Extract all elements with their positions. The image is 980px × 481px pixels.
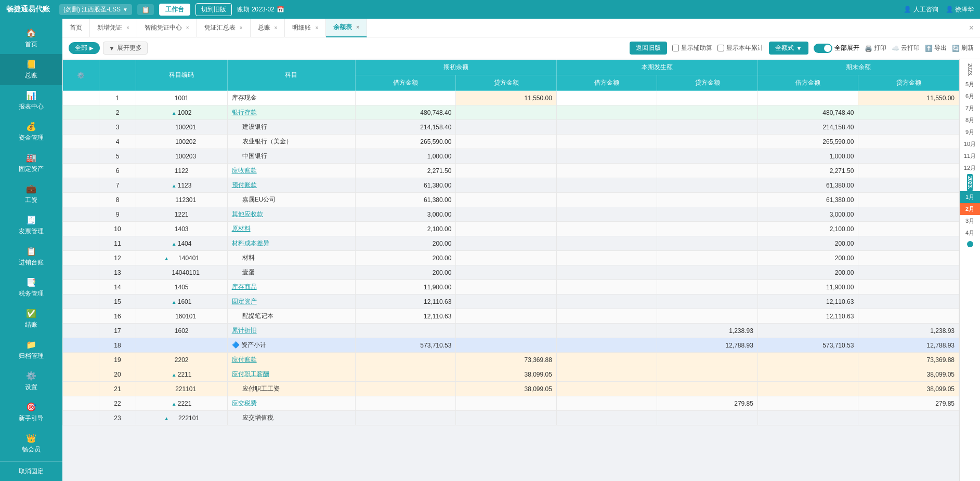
ytd-checkbox-input[interactable] — [717, 45, 724, 51]
row-name-cell[interactable]: 原材料 — [227, 222, 355, 236]
right-month-10[interactable]: 10月 — [960, 138, 980, 150]
tab-smart-verify[interactable]: 智能凭证中心 × — [137, 19, 197, 37]
expand-icon[interactable]: ▲ — [164, 256, 169, 261]
back-old-version-button[interactable]: 返回旧版 — [630, 42, 667, 55]
account-name-link[interactable]: 累计折旧 — [232, 327, 257, 334]
switch-version-button[interactable]: 切到旧版 — [195, 3, 232, 16]
row-name-cell[interactable]: 应付职工薪酬 — [227, 367, 355, 382]
account-name-link[interactable]: 其他应收款 — [232, 210, 263, 218]
account-name-link[interactable]: 预付账款 — [232, 181, 257, 189]
row-name-cell[interactable]: 银行存款 — [227, 105, 355, 120]
show-aux-checkbox[interactable]: 显示辅助算 — [672, 44, 712, 52]
row-no-cell: 13 — [99, 265, 136, 280]
account-name-link[interactable]: 应收账款 — [232, 167, 257, 174]
cloud-print-button[interactable]: ☁️ 云打印 — [892, 44, 920, 52]
account-name-link[interactable]: 应付账款 — [232, 356, 257, 363]
sidebar-item-settings[interactable]: ⚙️ 设置 — [0, 366, 62, 397]
row-name-cell[interactable]: 累计折旧 — [227, 324, 355, 338]
row-name-cell[interactable]: 库存商品 — [227, 280, 355, 295]
expand-icon[interactable]: ▲ — [172, 110, 177, 116]
row-no-cell: 18 — [99, 338, 136, 353]
right-month-2[interactable]: 2月 — [960, 203, 980, 215]
account-name-link[interactable]: 固定资产 — [232, 298, 257, 305]
account-name-link[interactable]: 银行存款 — [232, 109, 257, 116]
sidebar-item-member[interactable]: 👑 畅会员 — [0, 428, 62, 459]
tab-new-voucher[interactable]: 新增凭证 × — [90, 19, 137, 37]
row-name-cell[interactable]: 预付账款 — [227, 178, 355, 193]
tab-general-ledger-close[interactable]: × — [275, 25, 278, 31]
account-name-link[interactable]: 材料成本差异 — [232, 239, 269, 247]
end-debit-cell: 11,900.00 — [757, 280, 858, 295]
right-month-1[interactable]: 1月 — [960, 191, 980, 203]
account-name-link[interactable]: 应交税费 — [232, 399, 257, 407]
expand-icon[interactable]: ▲ — [172, 183, 177, 189]
sidebar-item-general-ledger[interactable]: 📒 总账 — [0, 54, 62, 85]
right-month-4[interactable]: 4月 — [960, 227, 980, 239]
expand-icon[interactable]: ▲ — [164, 416, 169, 421]
row-name-cell[interactable]: 材料成本差异 — [227, 236, 355, 251]
unpin-button[interactable]: 取消固定 — [0, 462, 62, 481]
sidebar-item-archive[interactable]: 📁 归档管理 — [0, 335, 62, 366]
table-wrapper[interactable]: ⚙️ 科目编码 科目 期初余额 本期发生额 期末余额 借方金额 贷方金额 — [62, 59, 959, 481]
right-month-12[interactable]: 12月 — [960, 162, 980, 174]
open-debit-cell: 214,158.40 — [355, 120, 456, 135]
tab-detail-ledger[interactable]: 明细账 × — [285, 19, 326, 37]
account-name-link[interactable]: 原材料 — [232, 225, 251, 232]
expand-button[interactable]: ▼ 展开更多 — [103, 42, 148, 55]
right-month-11[interactable]: 11月 — [960, 150, 980, 162]
sidebar-item-invoice[interactable]: 🧾 发票管理 — [0, 210, 62, 241]
tab-detail-ledger-close[interactable]: × — [315, 25, 318, 31]
expand-icon[interactable]: ▲ — [172, 372, 177, 378]
row-name-cell[interactable]: 应交税费 — [227, 396, 355, 411]
tab-voucher-summary[interactable]: 凭证汇总表 × — [197, 19, 251, 37]
refresh-button[interactable]: 🔄 刷新 — [952, 44, 974, 52]
right-month-6[interactable]: 6月 — [960, 90, 980, 102]
tab-close-all[interactable]: × — [963, 23, 980, 33]
copy-button[interactable]: 📋 — [137, 4, 154, 15]
calendar-icon[interactable]: 📅 — [277, 6, 284, 13]
row-name-cell[interactable]: 固定资产 — [227, 295, 355, 309]
show-ytd-checkbox[interactable]: 显示本年累计 — [717, 44, 764, 52]
tab-smart-verify-close[interactable]: × — [186, 25, 189, 31]
expand-icon[interactable]: ▲ — [172, 299, 177, 305]
tab-balance-sheet-close[interactable]: × — [356, 24, 359, 30]
sidebar-item-payroll[interactable]: 💼 工资 — [0, 179, 62, 210]
expand-icon[interactable]: ▲ — [172, 401, 177, 407]
sidebar-item-reports[interactable]: 📊 报表中心 — [0, 85, 62, 116]
right-month-8[interactable]: 8月 — [960, 114, 980, 126]
right-month-3[interactable]: 3月 — [960, 215, 980, 227]
company-selector[interactable]: (勿删) 江西股圣-LSS ▼ — [59, 4, 132, 15]
account-name-link[interactable]: 库存商品 — [232, 283, 257, 290]
row-name-cell[interactable]: 应付账款 — [227, 353, 355, 367]
row-name-cell[interactable]: 应收账款 — [227, 164, 355, 178]
tab-general-ledger[interactable]: 总账 × — [251, 19, 285, 37]
sidebar-item-funds[interactable]: 💰 资金管理 — [0, 116, 62, 148]
tab-voucher-summary-close[interactable]: × — [240, 25, 243, 31]
aux-checkbox-input[interactable] — [672, 45, 679, 51]
sidebar-item-home[interactable]: 🏠 首页 — [0, 23, 62, 54]
sidebar-item-newbie[interactable]: 🎯 新手引导 — [0, 397, 62, 428]
sidebar-item-fixed-assets[interactable]: 🏭 固定资产 — [0, 148, 62, 179]
print-button[interactable]: 🖨️ 打印 — [865, 44, 886, 52]
sidebar-item-purchase[interactable]: 📋 进销台账 — [0, 241, 62, 272]
format-button[interactable]: 全额式 ▼ — [769, 42, 808, 55]
expand-icon[interactable]: ▲ — [172, 241, 177, 247]
expand-all-toggle[interactable]: 全部展开 — [814, 44, 859, 53]
right-month-7[interactable]: 7月 — [960, 102, 980, 114]
tab-balance-sheet[interactable]: 余额表 × — [326, 19, 367, 37]
tab-new-voucher-close[interactable]: × — [126, 25, 129, 31]
sidebar-item-settlement[interactable]: ✅ 结账 — [0, 303, 62, 335]
tab-home[interactable]: 首页 — [62, 19, 90, 37]
right-month-9[interactable]: 9月 — [960, 126, 980, 138]
consult-button[interactable]: 👤 人工咨询 — [904, 5, 938, 14]
workbench-button[interactable]: 工作台 — [159, 4, 190, 16]
right-month-5[interactable]: 5月 — [960, 78, 980, 90]
user-avatar[interactable]: 👤 徐泽华 — [946, 5, 974, 14]
open-debit-cell: 2,100.00 — [355, 222, 456, 236]
all-button[interactable]: 全部 ▶ — [69, 42, 100, 54]
toggle-track[interactable] — [814, 44, 832, 53]
export-button[interactable]: ⬆️ 导出 — [925, 44, 947, 52]
row-name-cell[interactable]: 其他应收款 — [227, 207, 355, 222]
account-name-link[interactable]: 应付职工薪酬 — [232, 370, 269, 378]
sidebar-item-tax[interactable]: 📑 税务管理 — [0, 272, 62, 303]
